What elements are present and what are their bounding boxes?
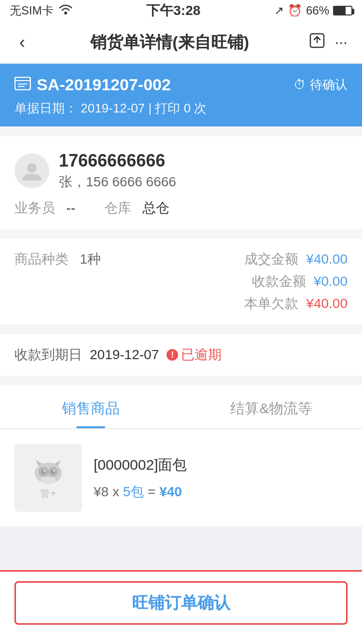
owed-amount-row: 本单欠款 ¥40.00 xyxy=(244,294,348,313)
date-label: 单据日期： xyxy=(14,101,77,115)
svg-point-3 xyxy=(27,163,37,173)
battery-icon xyxy=(333,6,352,15)
product-quantity: 5包 xyxy=(123,484,144,499)
status-bar: 无SIM卡 下午3:28 ↗ ⏰ 66% xyxy=(0,0,362,21)
back-button[interactable]: ‹ xyxy=(14,28,30,57)
equals-sign: = xyxy=(148,484,159,499)
order-status: ⏱ 待确认 xyxy=(293,76,348,93)
product-type-value: 1种 xyxy=(80,252,101,266)
product-name: [0000002]面包 xyxy=(94,455,348,475)
product-logo: 管+ xyxy=(29,456,68,500)
due-date-card: 收款到期日 2019-12-07 ! 已逾期 xyxy=(0,334,362,376)
location-icon: ↗ xyxy=(274,4,284,17)
customer-phone: 17666666666 xyxy=(59,151,176,171)
product-image: 管+ xyxy=(14,444,82,512)
warehouse-value: 总仓 xyxy=(142,200,169,215)
nav-actions: ··· xyxy=(309,33,348,52)
svg-point-8 xyxy=(51,469,56,474)
order-id-text: SA-20191207-002 xyxy=(37,75,171,94)
summary-left: 商品种类 1种 xyxy=(14,250,101,268)
status-clock-icon: ⏱ xyxy=(293,77,306,92)
customer-top: 17666666666 张，156 6666 6666 xyxy=(14,151,348,191)
carrier-text: 无SIM卡 xyxy=(10,3,54,18)
avatar xyxy=(14,154,49,188)
product-price-row: ¥8 x 5包 = ¥40 xyxy=(94,483,348,501)
order-id-row: SA-20191207-002 ⏱ 待确认 xyxy=(14,75,348,94)
tab-settlement[interactable]: 结算&物流等 xyxy=(181,385,362,428)
salesman-item: 业务员 -- xyxy=(14,199,75,217)
overdue-text: 已逾期 xyxy=(181,346,222,364)
product-logo-watermark: 管+ xyxy=(40,487,56,500)
received-amount-value: ¥0.00 xyxy=(314,274,348,289)
tab-products-label: 销售商品 xyxy=(62,400,120,416)
order-id: SA-20191207-002 xyxy=(14,75,171,94)
due-date-value: 2019-12-07 xyxy=(90,347,159,363)
deal-amount-value: ¥40.00 xyxy=(306,252,348,267)
summary-card: 商品种类 1种 成交金额 ¥40.00 收款金额 ¥0.00 本单欠款 ¥40.… xyxy=(0,238,362,324)
product-title: 面包 xyxy=(158,457,187,473)
customer-meta: 业务员 -- 仓库 总仓 xyxy=(14,199,348,217)
status-text: 待确认 xyxy=(310,76,348,93)
due-date-label: 收款到期日 xyxy=(14,346,82,364)
share-icon[interactable] xyxy=(309,33,325,52)
received-amount-label: 收款金额 xyxy=(252,272,306,291)
product-info: [0000002]面包 ¥8 x 5包 = ¥40 xyxy=(94,455,348,501)
order-date-row: 单据日期： 2019-12-07 | 打印 0 次 xyxy=(14,100,348,117)
product-type-row: 商品种类 1种 xyxy=(14,250,101,268)
deal-amount-label: 成交金额 xyxy=(244,250,298,268)
product-type-label: 商品种类 xyxy=(14,252,69,266)
salesman-label: 业务员 xyxy=(14,200,55,215)
order-icon xyxy=(14,75,31,94)
deal-amount-row: 成交金额 ¥40.00 xyxy=(244,250,348,268)
multiply-sign: x xyxy=(112,484,123,499)
overdue-badge: ! 已逾期 xyxy=(167,346,222,364)
alarm-icon: ⏰ xyxy=(288,4,302,17)
order-date: 2019-12-07 xyxy=(81,101,145,115)
owed-amount-label: 本单欠款 xyxy=(244,294,298,313)
tabs-row: 销售商品 结算&物流等 xyxy=(0,385,362,428)
bottom-bar: 旺铺订单确认 xyxy=(0,570,362,644)
svg-point-7 xyxy=(41,469,46,474)
status-time: 下午3:28 xyxy=(146,1,200,20)
product-price: ¥8 xyxy=(94,484,109,499)
svg-point-0 xyxy=(64,12,67,14)
warehouse-item: 仓库 总仓 xyxy=(104,199,169,217)
nav-bar: ‹ 销货单详情(来自旺铺) ··· xyxy=(0,21,362,64)
owed-amount-value: ¥40.00 xyxy=(306,296,348,311)
confirm-order-button[interactable]: 旺铺订单确认 xyxy=(14,581,348,625)
status-left: 无SIM卡 xyxy=(10,3,73,18)
tab-products[interactable]: 销售商品 xyxy=(0,385,181,428)
overdue-icon: ! xyxy=(167,349,178,361)
svg-point-10 xyxy=(53,470,55,472)
battery-percentage: 66% xyxy=(306,4,329,17)
customer-name: 张，156 6666 6666 xyxy=(59,173,176,191)
wifi-icon xyxy=(58,4,73,17)
svg-point-11 xyxy=(41,476,56,484)
date-separator: | xyxy=(148,101,155,115)
tab-settlement-label: 结算&物流等 xyxy=(230,400,312,416)
product-code: [0000002] xyxy=(94,457,158,473)
warehouse-label: 仓库 xyxy=(104,200,131,215)
order-header: SA-20191207-002 ⏱ 待确认 单据日期： 2019-12-07 |… xyxy=(0,64,362,126)
product-item: 管+ [0000002]面包 ¥8 x 5包 = ¥40 xyxy=(0,430,362,526)
product-list: 管+ [0000002]面包 ¥8 x 5包 = ¥40 xyxy=(0,430,362,526)
received-amount-row: 收款金额 ¥0.00 xyxy=(252,272,348,291)
status-right: ↗ ⏰ 66% xyxy=(274,4,352,17)
more-icon[interactable]: ··· xyxy=(334,33,348,51)
svg-point-9 xyxy=(43,470,45,472)
tabs-container: 销售商品 结算&物流等 xyxy=(0,385,362,429)
print-info: 打印 0 次 xyxy=(155,101,207,115)
customer-info: 17666666666 张，156 6666 6666 xyxy=(59,151,176,191)
product-total: ¥40 xyxy=(159,484,182,499)
salesman-value: -- xyxy=(66,200,75,215)
summary-right: 成交金额 ¥40.00 收款金额 ¥0.00 本单欠款 ¥40.00 xyxy=(244,250,348,313)
customer-card: 17666666666 张，156 6666 6666 业务员 -- 仓库 总仓 xyxy=(0,136,362,229)
page-title: 销货单详情(来自旺铺) xyxy=(90,31,249,54)
